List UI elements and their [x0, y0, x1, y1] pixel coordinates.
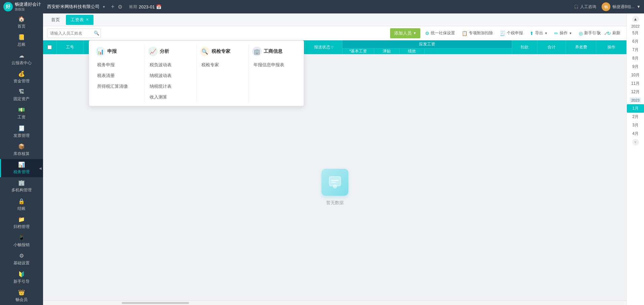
top-bar: 好 畅捷通好会计 旗舰版 西安虾米网络科技有限公司 ▼ + ⚙ 账期 2023-…: [0, 0, 644, 13]
bottom-scrollbar[interactable]: [122, 302, 189, 304]
sidebar-item-ledger[interactable]: 📒 总账: [0, 32, 43, 50]
dropdown-col-expert: 🔍 税检专家 税检专家: [196, 44, 249, 103]
timeline-month-2[interactable]: 2月: [627, 113, 644, 121]
personal-tax-btn[interactable]: 🧾 个税申报: [498, 30, 525, 36]
user-info[interactable]: 畅 畅捷通B组... ▼: [602, 2, 641, 11]
sidebar: 🏠 首页 📒 总账 ☁ 云报表中心 💰 资金管理 🏗 固定资产 💵 工资 🧾 发…: [0, 13, 43, 305]
app-name: 畅捷通好会计: [15, 2, 41, 7]
social-security-icon: ⚙: [425, 31, 429, 36]
dropdown-item-income-tax[interactable]: 所得税汇算清缴: [96, 81, 141, 92]
export-dropdown-icon: ▼: [544, 32, 547, 35]
top-bar-right: 🎧 人工咨询 畅 畅捷通B组... ▼: [574, 2, 641, 11]
operations-icon: ✏: [554, 31, 558, 36]
dropdown-item-tax-burden[interactable]: 税负波动表: [148, 60, 193, 70]
th-emp-no: 工号: [56, 40, 83, 54]
restore-window-icon[interactable]: ⤢: [604, 31, 608, 36]
timeline-month-9[interactable]: 9月: [627, 63, 644, 71]
th-report-status: 报送状态 ▽: [305, 40, 342, 54]
sidebar-item-fund[interactable]: 💰 资金管理: [0, 68, 43, 86]
sidebar-item-invoice[interactable]: 🧾 发票管理: [0, 123, 43, 141]
sidebar-item-guide[interactable]: 🔰 新手引导: [0, 268, 43, 287]
social-security-btn[interactable]: ⚙ 统一社保设置: [423, 30, 457, 36]
cloud-icon: ☁: [19, 52, 24, 59]
sidebar-item-cloud-report[interactable]: ☁ 云报表中心: [0, 50, 43, 68]
sidebar-item-basic-settings[interactable]: ⚙ 基础设置: [0, 250, 43, 268]
th-base-wage: *基本工资: [342, 48, 374, 54]
dropdown-item-tax-declaration[interactable]: 税务申报: [96, 60, 141, 70]
sidebar-item-archive[interactable]: 📁 归档管理: [0, 214, 43, 232]
dropdown-col-expert-header: 🔍 税检专家: [200, 44, 245, 60]
add-employee-button[interactable]: 添加人员 ▼: [390, 28, 420, 38]
th-checkbox[interactable]: [43, 40, 56, 54]
sidebar-item-close-account[interactable]: 🔒 结账: [0, 196, 43, 214]
membership-icon: 👑: [18, 289, 25, 296]
timeline-up-nav[interactable]: ▲: [632, 16, 639, 23]
app-edition: 旗舰版: [15, 7, 41, 12]
service-label: 人工咨询: [580, 4, 596, 10]
business-icon: 🏢: [252, 47, 262, 56]
empty-text: 暂无数据: [326, 200, 344, 206]
timeline-month-6[interactable]: 6月: [627, 37, 644, 46]
select-all-checkbox[interactable]: [47, 45, 52, 49]
sidebar-item-multi-org[interactable]: 🏢 多机构管理: [0, 177, 43, 195]
user-dropdown-icon: ▼: [637, 4, 641, 9]
sidebar-item-inventory[interactable]: 📦 库存核算: [0, 141, 43, 159]
sidebar-item-membership[interactable]: 👑 畅会员: [0, 287, 43, 305]
empty-icon: [321, 169, 348, 196]
timeline-month-12[interactable]: 12月: [627, 88, 644, 96]
timeline-down-nav[interactable]: ▼: [632, 139, 639, 146]
social-security-label: 统一社保设置: [431, 30, 455, 36]
sidebar-item-mini-report[interactable]: 📱 小畅报销: [0, 232, 43, 250]
sidebar-item-home[interactable]: 🏠 首页: [0, 13, 43, 32]
add-dropdown-arrow: ▼: [413, 31, 416, 35]
service-button[interactable]: 🎧 人工咨询: [574, 4, 596, 10]
operations-btn[interactable]: ✏ 操作 ▼: [552, 30, 574, 36]
dropdown-item-tax-fluctuation[interactable]: 纳税波动表: [148, 70, 193, 81]
search-input[interactable]: [50, 31, 94, 36]
special-deduction-btn[interactable]: 📋 专项附加扣除: [460, 30, 495, 36]
settings-icon[interactable]: ⚙: [118, 4, 122, 10]
sidebar-item-tax[interactable]: 📊 税务管理 ◀: [0, 159, 43, 177]
timeline-month-4[interactable]: 4月: [627, 129, 644, 138]
report-filter-icon[interactable]: ▽: [331, 45, 334, 49]
th-wage-group-title: 应发工资: [342, 40, 512, 48]
dropdown-item-annual-report[interactable]: 年报信息申报表: [252, 60, 297, 70]
export-btn[interactable]: ⬆ 导出 ▼: [528, 30, 550, 36]
payroll-icon: 💵: [18, 107, 25, 113]
expand-icon: ◀: [39, 166, 42, 170]
sidebar-item-assets[interactable]: 🏗 固定资产: [0, 86, 43, 104]
tab-payroll-close-icon[interactable]: ✕: [86, 17, 89, 22]
main-layout: 🏠 首页 📒 总账 ☁ 云报表中心 💰 资金管理 🏗 固定资产 💵 工资 🧾 发…: [0, 13, 644, 305]
tax-icon: 📊: [18, 161, 25, 168]
company-selector[interactable]: 西安虾米网络科技有限公司 ▼: [47, 4, 106, 10]
calendar-icon[interactable]: 📅: [156, 4, 161, 9]
period-value: 2023-01: [139, 4, 155, 9]
dropdown-item-income-calc[interactable]: 收入测算: [148, 92, 193, 103]
timeline-month-3[interactable]: 3月: [627, 121, 644, 129]
timeline-month-5[interactable]: 5月: [627, 29, 644, 37]
dropdown-item-tax-table[interactable]: 税表清册: [96, 70, 141, 81]
tab-home[interactable]: 首页: [46, 15, 65, 25]
company-dropdown-icon[interactable]: ▼: [102, 5, 106, 9]
timeline-month-8[interactable]: 8月: [627, 54, 644, 63]
add-company-icon[interactable]: +: [111, 3, 115, 10]
invoice-icon: 🧾: [18, 125, 25, 131]
timeline-month-10[interactable]: 10月: [627, 71, 644, 79]
tab-payroll[interactable]: 工资表 ✕: [66, 15, 93, 25]
svg-rect-0: [329, 177, 341, 186]
dropdown-item-tax-expert[interactable]: 税检专家: [200, 60, 245, 70]
add-employee-label: 添加人员: [394, 30, 412, 36]
search-icon: 🔍: [94, 31, 99, 36]
dropdown-item-tax-statistics[interactable]: 纳税统计表: [148, 81, 193, 92]
svg-rect-1: [331, 180, 339, 181]
operations-label: 操作: [560, 30, 568, 36]
close-account-icon: 🔒: [18, 198, 25, 204]
user-name: 畅捷通B组...: [612, 4, 635, 10]
sidebar-item-payroll[interactable]: 💵 工资: [0, 104, 43, 122]
timeline-month-1[interactable]: 1月: [627, 104, 644, 113]
timeline-month-11[interactable]: 11月: [627, 79, 644, 88]
close-window-icon[interactable]: ✕: [597, 30, 601, 37]
th-total: 合计: [537, 40, 566, 54]
analysis-icon: 📈: [148, 47, 158, 56]
timeline-month-7[interactable]: 7月: [627, 46, 644, 54]
